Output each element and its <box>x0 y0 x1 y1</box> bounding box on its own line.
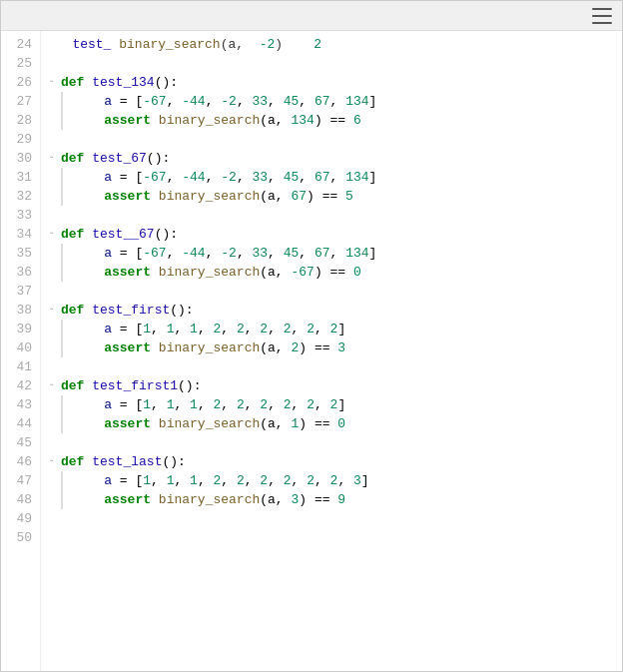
kw-def: def <box>61 225 92 244</box>
line-number: 30 <box>1 149 40 168</box>
line-number: 33 <box>1 206 40 225</box>
title-bar <box>1 1 622 31</box>
fn-call: binary_search <box>159 263 260 282</box>
fn-name: test_67 <box>92 149 147 168</box>
code-line: assert binary_search(a, 67) == 5 <box>49 187 622 206</box>
line-number: 35 <box>1 244 40 263</box>
fold-icon[interactable]: ⁃ <box>49 301 61 320</box>
line-number: 32 <box>1 187 40 206</box>
fn-name: test__67 <box>92 225 154 244</box>
code-line <box>49 54 622 73</box>
code-line: a = [-67, -44, -2, 33, 45, 67, 134] <box>49 244 622 263</box>
line-number: 36 <box>1 263 40 282</box>
fold-icon[interactable]: ⁃ <box>49 73 61 92</box>
line-number: 45 <box>1 433 40 452</box>
code-line <box>49 433 622 452</box>
partial-code: test_ binary_search(a, -2) 2 <box>49 35 321 54</box>
code-line <box>49 206 622 225</box>
line-number: 27 <box>1 92 40 111</box>
code-line: ⁃def test_first(): <box>49 301 622 320</box>
var-a: a <box>73 471 112 490</box>
line-number: 25 <box>1 54 40 73</box>
code-line: ⁃def test_first1(): <box>49 376 622 395</box>
line-number: 50 <box>1 528 40 547</box>
fold-icon[interactable]: ⁃ <box>49 149 61 168</box>
fn-call: binary_search <box>159 338 260 357</box>
fold-icon[interactable]: ⁃ <box>49 452 61 471</box>
line-number: 29 <box>1 130 40 149</box>
line-number: 39 <box>1 320 40 338</box>
fold-icon[interactable]: ⁃ <box>49 225 61 244</box>
fn-call: binary_search <box>159 414 260 433</box>
line-number: 24 <box>1 35 40 54</box>
code-line: assert binary_search(a, 134) == 6 <box>49 111 622 130</box>
line-number: 40 <box>1 338 40 357</box>
line-number: 28 <box>1 111 40 130</box>
code-line: a = [-67, -44, -2, 33, 45, 67, 134] <box>49 92 622 111</box>
line-number: 44 <box>1 414 40 433</box>
code-line <box>49 357 622 376</box>
line-number: 34 <box>1 225 40 244</box>
line-number: 31 <box>1 168 40 187</box>
line-number: 37 <box>1 282 40 301</box>
line-numbers: 2425262728293031323334353637383940414243… <box>1 31 41 671</box>
line-number: 38 <box>1 301 40 320</box>
var-a: a <box>73 320 112 338</box>
kw-assert: assert <box>73 187 159 206</box>
line-number: 49 <box>1 509 40 528</box>
code-line: assert binary_search(a, 2) == 3 <box>49 338 622 357</box>
fn-name: test_first <box>92 301 170 320</box>
kw-def: def <box>61 376 92 395</box>
menu-icon[interactable] <box>592 8 612 24</box>
kw-assert: assert <box>73 263 159 282</box>
fn-name: test_134 <box>92 73 154 92</box>
fold-icon[interactable]: ⁃ <box>49 376 61 395</box>
code-line: a = [1, 1, 1, 2, 2, 2, 2, 2, 2] <box>49 320 622 338</box>
kw-assert: assert <box>73 111 159 130</box>
line-number: 42 <box>1 376 40 395</box>
code-area[interactable]: test_ binary_search(a, -2) 2 ⁃def test_1… <box>41 31 622 671</box>
var-a: a <box>73 168 112 187</box>
code-line: a = [1, 1, 1, 2, 2, 2, 2, 2, 2] <box>49 395 622 414</box>
line-number: 26 <box>1 73 40 92</box>
editor-body: 2425262728293031323334353637383940414243… <box>1 31 622 671</box>
fn-name: test_last <box>92 452 162 471</box>
code-line <box>49 528 622 547</box>
fn-call: binary_search <box>159 490 260 509</box>
var-a: a <box>73 244 112 263</box>
kw-assert: assert <box>73 338 159 357</box>
kw-def: def <box>61 452 92 471</box>
code-line: ⁃def test__67(): <box>49 225 622 244</box>
kw-def: def <box>61 301 92 320</box>
code-line: assert binary_search(a, 3) == 9 <box>49 490 622 509</box>
code-line: test_ binary_search(a, -2) 2 <box>49 35 622 54</box>
line-number: 43 <box>1 395 40 414</box>
code-line: assert binary_search(a, -67) == 0 <box>49 263 622 282</box>
line-number: 46 <box>1 452 40 471</box>
fn-name: test_first1 <box>92 376 178 395</box>
line-number: 41 <box>1 357 40 376</box>
kw-assert: assert <box>73 414 159 433</box>
editor-window: 2425262728293031323334353637383940414243… <box>0 0 623 672</box>
code-line <box>49 282 622 301</box>
kw-def: def <box>61 149 92 168</box>
fn-call: binary_search <box>159 111 260 130</box>
var-a: a <box>73 395 112 414</box>
code-line: a = [1, 1, 1, 2, 2, 2, 2, 2, 2, 3] <box>49 471 622 490</box>
code-line <box>49 130 622 149</box>
kw-assert: assert <box>73 490 159 509</box>
code-line: ⁃def test_134(): <box>49 73 622 92</box>
fn-call: binary_search <box>159 187 260 206</box>
line-number: 47 <box>1 471 40 490</box>
var-a: a <box>73 92 112 111</box>
code-line: ⁃def test_67(): <box>49 149 622 168</box>
code-line: a = [-67, -44, -2, 33, 45, 67, 134] <box>49 168 622 187</box>
kw-def: def <box>61 73 92 92</box>
code-line <box>49 509 622 528</box>
line-number: 48 <box>1 490 40 509</box>
code-line: assert binary_search(a, 1) == 0 <box>49 414 622 433</box>
code-line: ⁃def test_last(): <box>49 452 622 471</box>
